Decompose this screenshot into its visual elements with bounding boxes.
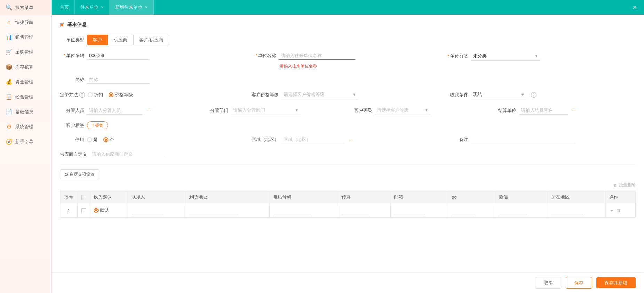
pricing-help-icon[interactable]: ? [79, 92, 85, 98]
remark-label: 备注 [444, 137, 468, 143]
col-email: 邮箱 [390, 191, 448, 203]
divider [60, 165, 636, 165]
department-label: 分管部门 [204, 107, 228, 114]
tab-counterparty[interactable]: 往来单位 ✕ [75, 0, 110, 15]
unit-category-select[interactable]: 未分类 ▼ [471, 51, 541, 61]
sidebar-item-sales[interactable]: 📊 销售管理 [0, 30, 51, 44]
customer-tag-group: 客户标签 + 标签 [60, 121, 636, 129]
sidebar-item-guide[interactable]: 🧭 新手引导 [0, 134, 51, 149]
sidebar-item-basic-info[interactable]: 📄 基础信息 [0, 104, 51, 119]
sidebar-item-operations[interactable]: 📋 经营管理 [0, 89, 51, 104]
customer-price-level-chevron: ▼ [352, 92, 356, 97]
sidebar-item-system[interactable]: ⚙ 系统管理 [0, 119, 51, 134]
unit-category-value: 未分类 [473, 53, 533, 59]
select-all-checkbox[interactable] [81, 195, 86, 200]
cell-phone [269, 203, 338, 218]
payment-terms-value: 现结 [473, 91, 519, 98]
row-checkbox[interactable] [81, 208, 86, 213]
department-placeholder: 请输入分管部门 [233, 107, 293, 113]
customer-price-level-select[interactable]: 请选择客户价格等级 ▼ [282, 90, 358, 99]
payment-terms-select[interactable]: 现结 ▼ [471, 90, 527, 99]
payment-terms-group: 收款条件 现结 ▼ ? [444, 90, 636, 99]
tag-add-button[interactable]: + 标签 [87, 121, 108, 129]
manager-input[interactable] [87, 106, 143, 115]
unit-type-supplier-btn[interactable]: 供应商 [108, 35, 133, 45]
pricing-level-circle [109, 92, 113, 97]
email-input[interactable] [394, 206, 425, 214]
region-label: 区域（地区） [252, 137, 279, 143]
sidebar-item-inventory[interactable]: 📦 库存核算 [0, 59, 51, 74]
supplier-custom-input[interactable] [90, 150, 166, 158]
col-wechat: 微信 [495, 191, 548, 203]
content-area: ▣ 基本信息 单位类型 客户 供应商 客户/供应商 *单位编码 [52, 15, 644, 272]
unit-code-input[interactable] [87, 51, 150, 60]
supplier-custom-label: 供应商自定义 [60, 151, 87, 157]
region-more-btn[interactable]: ··· [347, 137, 354, 143]
region-input[interactable] [282, 136, 344, 144]
custom-settings-button[interactable]: ⚙ 自定义项设置 [60, 169, 99, 179]
qq-input[interactable] [451, 206, 476, 214]
customer-level-select[interactable]: 请选择客户等级 ▼ [375, 106, 431, 115]
tab-add-counterparty-close[interactable]: ✕ [144, 5, 148, 10]
col-default: 设为默认 [90, 191, 128, 203]
col-checkbox[interactable] [78, 191, 90, 203]
cancel-button[interactable]: 取消 [535, 277, 561, 289]
unit-name-input[interactable] [279, 51, 355, 60]
window-close-button[interactable]: ✕ [628, 4, 641, 11]
customer-level-group: 客户等级 请选择客户等级 ▼ [348, 106, 492, 115]
row-add-btn[interactable]: + [609, 208, 614, 213]
tab-counterparty-close[interactable]: ✕ [101, 5, 104, 10]
col-qq: qq [448, 191, 495, 203]
contact-input[interactable] [132, 206, 163, 214]
batch-delete-button[interactable]: 🗑 批量删除 [613, 182, 636, 188]
manager-more-btn[interactable]: ··· [146, 108, 152, 113]
disabled-yes-radio[interactable]: 是 [87, 137, 98, 143]
abbr-input[interactable] [87, 75, 150, 84]
fax-input[interactable] [341, 206, 369, 214]
customer-level-chevron: ▼ [425, 108, 429, 112]
unit-type-both-btn[interactable]: 客户/供应商 [133, 35, 169, 45]
cell-address [186, 203, 270, 218]
address-input[interactable] [189, 206, 238, 214]
sidebar-item-quick-nav[interactable]: ⌂ 快捷导航 [0, 15, 51, 30]
pricing-level-radio[interactable]: 价格等级 [109, 92, 133, 98]
settlement-input[interactable] [519, 106, 568, 115]
contact-table: 序号 设为默认 联系人 到货地址 电话号码 传真 邮箱 qq 微信 所在地区 操… [60, 191, 636, 218]
unit-type-group: 单位类型 客户 供应商 客户/供应商 [60, 35, 636, 45]
disabled-no-circle [103, 137, 108, 142]
wechat-input[interactable] [499, 206, 527, 214]
row-delete-btn[interactable]: 🗑 [615, 208, 622, 213]
settlement-label: 结算单位 [492, 107, 516, 114]
pricing-discount-radio[interactable]: 折扣 [88, 92, 103, 98]
cell-email [390, 203, 448, 218]
remark-input[interactable] [471, 136, 575, 144]
batch-delete-area: 🗑 批量删除 [60, 182, 636, 188]
sidebar-item-purchase[interactable]: 🛒 采购管理 [0, 44, 51, 59]
unit-name-group: *单位名称 请输入往来单位名称 [252, 51, 443, 69]
row-default-radio[interactable]: 默认 [94, 207, 124, 213]
department-select[interactable]: 请输入分管部门 ▼ [231, 106, 301, 115]
purchase-icon: 🛒 [6, 49, 13, 55]
region-group: 区域（地区） ··· [252, 136, 443, 144]
sidebar-item-finance[interactable]: 💰 资金管理 [0, 74, 51, 89]
phone-input[interactable] [273, 206, 312, 214]
payment-terms-help-icon[interactable]: ? [531, 92, 536, 98]
tab-add-counterparty[interactable]: 新增往来单位 ✕ [110, 0, 154, 15]
tab-home[interactable]: 首页 [54, 0, 75, 15]
disabled-no-dot [105, 139, 107, 141]
disabled-no-radio[interactable]: 否 [103, 137, 114, 143]
sidebar-item-finance-label: 资金管理 [15, 79, 33, 85]
footer: 取消 保存 保存并新增 [52, 272, 644, 293]
settlement-more-btn[interactable]: ··· [571, 108, 578, 113]
sidebar-item-search[interactable]: 🔍 搜索菜单 [0, 0, 51, 15]
custom-settings-area: ⚙ 自定义项设置 [60, 169, 636, 179]
region-table-input[interactable] [551, 206, 583, 214]
save-new-button[interactable]: 保存并新增 [596, 277, 636, 288]
save-button[interactable]: 保存 [566, 277, 592, 289]
unit-type-customer-btn[interactable]: 客户 [87, 35, 108, 45]
disabled-group: 停用 是 否 [60, 137, 252, 143]
col-phone: 电话号码 [269, 191, 338, 203]
cell-contact [128, 203, 186, 218]
home-icon: ⌂ [6, 19, 13, 25]
sidebar: 🔍 搜索菜单 ⌂ 快捷导航 📊 销售管理 🛒 采购管理 📦 库存核算 💰 资金管… [0, 0, 52, 293]
